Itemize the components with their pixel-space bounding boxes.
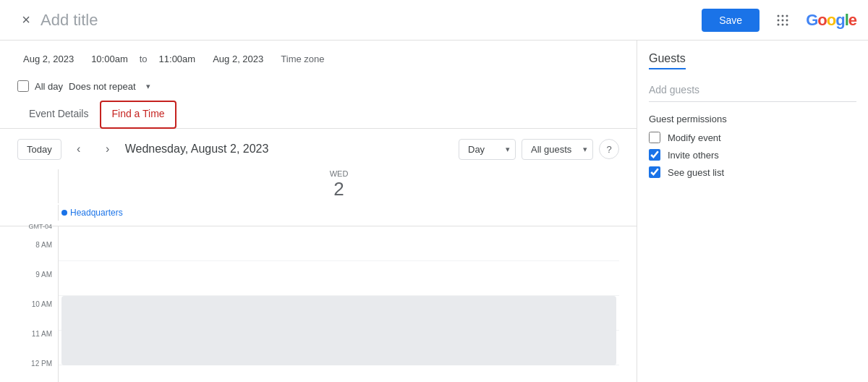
svg-point-3 bbox=[778, 19, 780, 21]
svg-point-5 bbox=[786, 19, 788, 21]
google-apps-button[interactable] bbox=[768, 6, 797, 35]
perm-see-guest-list: See guest list bbox=[649, 166, 856, 178]
hour-line-8 bbox=[59, 226, 619, 261]
allday-checkbox[interactable] bbox=[17, 80, 29, 92]
start-date-button[interactable]: Aug 2, 2023 bbox=[17, 49, 80, 69]
prev-nav-button[interactable]: ‹ bbox=[67, 137, 90, 161]
perm-modify-event: Modify event bbox=[649, 132, 856, 143]
main-layout: Aug 2, 2023 10:00am to 11:00am Aug 2, 20… bbox=[0, 41, 868, 382]
all-day-events-row: Headquarters bbox=[0, 203, 637, 226]
time-separator: to bbox=[140, 54, 148, 64]
today-button[interactable]: Today bbox=[17, 139, 61, 160]
allday-label[interactable]: All day bbox=[35, 81, 63, 92]
time-column: GMT-04 8 AM 9 AM 10 AM 11 AM 12 PM bbox=[17, 226, 58, 382]
guest-permissions-title: Guest permissions bbox=[649, 114, 856, 124]
headquarters-event[interactable]: Headquarters bbox=[61, 205, 123, 221]
invite-others-checkbox[interactable] bbox=[649, 149, 660, 161]
tab-event-details[interactable]: Event Details bbox=[17, 101, 100, 128]
svg-point-2 bbox=[786, 14, 788, 17]
help-icon[interactable]: ? bbox=[599, 139, 619, 159]
view-select[interactable]: Day Week Month bbox=[459, 139, 516, 160]
svg-point-4 bbox=[782, 19, 784, 21]
title-input[interactable] bbox=[41, 11, 702, 30]
end-time-button[interactable]: 11:00am bbox=[153, 49, 202, 69]
view-select-wrapper: Day Week Month bbox=[459, 139, 516, 160]
tab-find-a-time[interactable]: Find a Time bbox=[100, 101, 176, 129]
repeat-select[interactable]: Does not repeat Every day Every week Eve… bbox=[69, 81, 150, 92]
hour-line-10 bbox=[59, 296, 619, 331]
hour-line-9 bbox=[59, 261, 619, 296]
svg-point-7 bbox=[782, 23, 784, 25]
see-guest-list-label[interactable]: See guest list bbox=[668, 167, 724, 178]
all-day-events-col: Headquarters bbox=[58, 205, 619, 221]
see-guest-list-checkbox[interactable] bbox=[649, 166, 660, 178]
datetime-row: Aug 2, 2023 10:00am to 11:00am Aug 2, 20… bbox=[0, 41, 637, 77]
google-logo: Google bbox=[806, 11, 856, 30]
calendar-header-row: WED 2 bbox=[0, 169, 637, 203]
perm-invite-others: Invite others bbox=[649, 149, 856, 161]
add-guests-input[interactable] bbox=[649, 78, 856, 102]
calendar-body: GMT-04 8 AM 9 AM 10 AM 11 AM 12 PM bbox=[0, 226, 637, 382]
app-header: × Save Google bbox=[0, 0, 868, 41]
left-panel: Aug 2, 2023 10:00am to 11:00am Aug 2, 20… bbox=[0, 41, 637, 382]
day-col-header: WED 2 bbox=[58, 169, 619, 203]
header-actions: Save Google bbox=[702, 6, 856, 35]
modify-event-label[interactable]: Modify event bbox=[668, 132, 721, 143]
guests-select-wrapper: All guests bbox=[522, 139, 593, 160]
hq-dot-icon bbox=[61, 210, 67, 216]
day-column bbox=[58, 226, 619, 382]
right-panel: Guests Guest permissions Modify event In… bbox=[637, 41, 868, 382]
start-time-button[interactable]: 10:00am bbox=[85, 49, 134, 69]
guests-title: Guests bbox=[649, 52, 686, 69]
modify-event-checkbox[interactable] bbox=[649, 132, 660, 143]
tabs-row: Event Details Find a Time bbox=[0, 101, 637, 129]
hour-line-12 bbox=[59, 365, 619, 382]
invite-others-label[interactable]: Invite others bbox=[668, 150, 719, 161]
next-nav-button[interactable]: › bbox=[96, 137, 119, 161]
calendar-toolbar: Today ‹ › Wednesday, August 2, 2023 Day … bbox=[0, 129, 637, 169]
close-button[interactable]: × bbox=[12, 6, 41, 35]
guests-filter-select[interactable]: All guests bbox=[522, 139, 593, 160]
end-date-button[interactable]: Aug 2, 2023 bbox=[207, 49, 269, 69]
event-block[interactable] bbox=[61, 296, 616, 365]
hq-label: Headquarters bbox=[70, 208, 123, 218]
save-button[interactable]: Save bbox=[702, 9, 760, 32]
allday-row: All day Does not repeat Every day Every … bbox=[0, 77, 637, 101]
day-number: 2 bbox=[333, 178, 344, 200]
all-day-label-col bbox=[17, 205, 58, 209]
title-input-wrapper bbox=[41, 11, 702, 30]
time-label-12pm: 12 PM bbox=[17, 360, 58, 382]
timezone-button[interactable]: Time zone bbox=[281, 54, 324, 64]
svg-point-1 bbox=[782, 14, 784, 17]
repeat-wrapper: Does not repeat Every day Every week Eve… bbox=[69, 81, 150, 92]
svg-point-6 bbox=[778, 23, 780, 25]
svg-point-0 bbox=[778, 14, 780, 17]
svg-point-8 bbox=[786, 23, 788, 25]
day-of-week: WED bbox=[330, 169, 349, 178]
calendar-date-label: Wednesday, August 2, 2023 bbox=[125, 143, 453, 156]
